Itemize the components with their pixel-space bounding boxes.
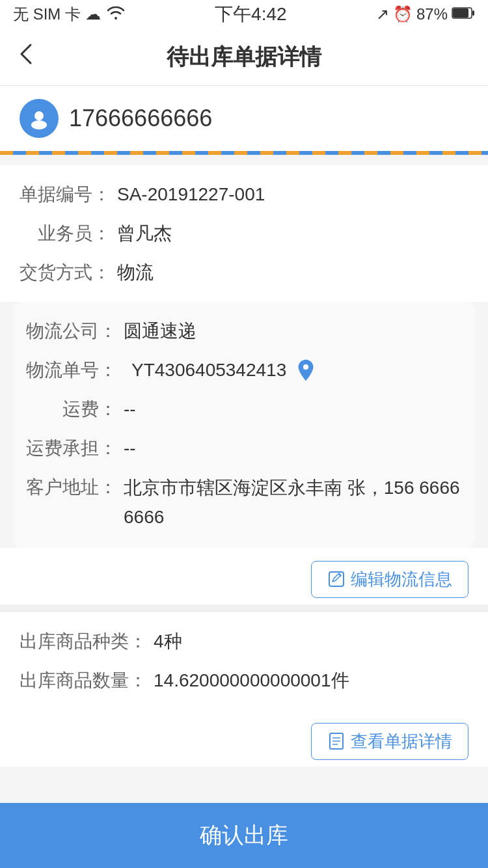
tracking-row: 物流单号： YT4306405342413 — [26, 357, 462, 384]
location-icon: ↗ — [376, 5, 389, 23]
freight-value: -- — [117, 396, 462, 423]
goods-section: 出库商品种类： 4种 出库商品数量： 14.620000000000001件 — [0, 612, 488, 710]
status-bar-right: ↗ ⏰ 87% — [376, 5, 475, 23]
tracking-label: 物流单号： — [26, 357, 117, 384]
alarm-icon: ⏰ — [393, 5, 413, 23]
sales-person-value: 曾凡杰 — [111, 220, 468, 247]
document-no-label: 单据编号： — [20, 181, 111, 208]
freight-bearer-row: 运费承担： -- — [26, 435, 462, 462]
confirm-btn-wrap: 确认出库 — [0, 803, 488, 868]
logistics-company-label: 物流公司： — [26, 318, 117, 345]
edit-logistics-section: 编辑物流信息 — [0, 548, 488, 604]
address-row: 客户地址： 北京市市辖区海淀区永丰南 张，156 6666 6666 — [26, 474, 462, 532]
sales-person-label: 业务员： — [20, 220, 111, 247]
customer-header: 17666666666 — [0, 86, 488, 151]
back-button[interactable] — [13, 36, 39, 77]
freight-bearer-value: -- — [117, 435, 462, 462]
view-detail-button[interactable]: 查看单据详情 — [311, 723, 468, 760]
confirm-btn-label: 确认出库 — [200, 821, 288, 850]
basic-info-section: 单据编号： SA-20191227-001 业务员： 曾凡杰 交货方式： 物流 — [0, 165, 488, 302]
battery-text: 87% — [416, 5, 448, 23]
document-icon — [327, 732, 346, 750]
delivery-method-value: 物流 — [111, 259, 468, 286]
goods-type-value: 4种 — [147, 628, 468, 655]
view-detail-section: 查看单据详情 — [0, 710, 488, 766]
tracking-number-text: YT4306405342413 — [131, 357, 286, 384]
goods-quantity-value: 14.620000000000001件 — [147, 667, 468, 694]
tracking-value: YT4306405342413 — [125, 357, 462, 384]
document-no-value: SA-20191227-001 — [111, 181, 468, 208]
address-value: 北京市市辖区海淀区永丰南 张，156 6666 6666 — [117, 474, 462, 532]
svg-rect-1 — [453, 8, 468, 18]
view-detail-label: 查看单据详情 — [351, 730, 452, 753]
document-no-row: 单据编号： SA-20191227-001 — [20, 181, 468, 208]
status-bar-left: 无 SIM 卡 ☁ — [13, 4, 126, 25]
location-pin-icon — [294, 359, 318, 382]
edit-logistics-label: 编辑物流信息 — [351, 568, 452, 591]
delivery-method-row: 交货方式： 物流 — [20, 259, 468, 286]
svg-point-5 — [303, 364, 308, 370]
freight-row: 运费： -- — [26, 396, 462, 423]
dashed-divider — [0, 151, 488, 155]
confirm-outbound-button[interactable]: 确认出库 — [0, 803, 488, 868]
logistics-company-value: 圆通速递 — [117, 318, 462, 345]
svg-point-4 — [31, 120, 47, 129]
goods-type-label: 出库商品种类： — [20, 628, 147, 655]
status-bar: 无 SIM 卡 ☁ 下午4:42 ↗ ⏰ 87% — [0, 0, 488, 29]
status-time: 下午4:42 — [215, 2, 287, 27]
freight-bearer-label: 运费承担： — [26, 435, 117, 462]
section-divider — [0, 604, 488, 612]
page-title: 待出库单据详情 — [167, 42, 321, 72]
freight-label: 运费： — [26, 396, 117, 423]
no-sim-text: 无 SIM 卡 ☁ — [13, 4, 101, 25]
goods-quantity-label: 出库商品数量： — [20, 667, 147, 694]
logistics-company-row: 物流公司： 圆通速递 — [26, 318, 462, 345]
goods-type-row: 出库商品种类： 4种 — [20, 628, 468, 655]
edit-logistics-button[interactable]: 编辑物流信息 — [311, 561, 468, 598]
nav-bar: 待出库单据详情 — [0, 29, 488, 86]
address-label: 客户地址： — [26, 474, 117, 501]
logistics-card: 物流公司： 圆通速递 物流单号： YT4306405342413 运费： -- … — [13, 302, 475, 548]
customer-avatar — [20, 99, 59, 138]
battery-icon — [452, 5, 475, 23]
wifi-icon — [106, 5, 126, 23]
customer-phone: 17666666666 — [69, 105, 212, 132]
svg-point-3 — [34, 111, 44, 120]
delivery-method-label: 交货方式： — [20, 259, 111, 286]
edit-icon — [327, 570, 346, 588]
sales-person-row: 业务员： 曾凡杰 — [20, 220, 468, 247]
svg-rect-2 — [472, 10, 474, 16]
goods-quantity-row: 出库商品数量： 14.620000000000001件 — [20, 667, 468, 694]
